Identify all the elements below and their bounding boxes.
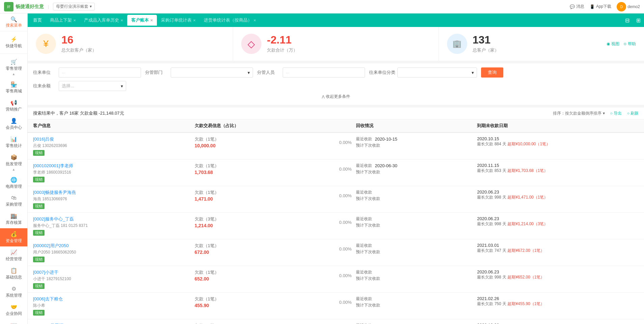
customer-name-0[interactable]: [0016]吕俊 (33, 136, 195, 142)
help-btn[interactable]: ⊙ 帮助 (623, 41, 636, 47)
debt-amount-5: 652.00 (195, 276, 333, 282)
table-row: [000001]黄思源 黄思源 13552700226 现销 欠款（1笔） 42… (28, 319, 644, 324)
sidebar-item-inventory[interactable]: 🏬 库存核算 (0, 210, 27, 228)
table-row-5: [0007]小进干 小进干 18279152100 现销 欠款（1笔） 652.… (28, 266, 644, 292)
customer-info-0: [0016]吕俊 吕俊 13026203696 现销 (33, 136, 195, 156)
table-row: [0016]吕俊 吕俊 13026203696 现销 欠款（1笔） 10,000… (28, 133, 644, 159)
overdue-amount-0[interactable]: 超期¥10,000.00（1笔） (507, 142, 550, 146)
tab-customer-account[interactable]: 客户账本 ✕ (127, 15, 157, 26)
sidebar-item-guide[interactable]: 📖 新手引导 (0, 319, 27, 324)
tab-inbound-stats[interactable]: 进货单统计表（按商品） ✕ (200, 15, 260, 26)
purchase-icon: 🛍 (11, 195, 17, 201)
customer-name-6[interactable]: [0006]去下粮仓 (33, 296, 195, 302)
customer-name-5[interactable]: [0007]小进干 (33, 269, 195, 275)
app-download-btn[interactable]: 📱 App下载 (590, 4, 611, 9)
customer-name-2[interactable]: [0003]畅捷服务尹海燕 (33, 189, 195, 196)
table-container: 客户信息 欠款交易信息（占比） 回收情况 到期未收款日期 [0016]吕俊 吕俊… (28, 119, 644, 324)
tab-customer-account-close[interactable]: ✕ (150, 19, 153, 22)
filter-unit-category: 往来单位分类 ▾ (369, 67, 477, 78)
quick-nav-group: ⚡ 快捷导航 (0, 31, 27, 54)
members-icon: 👤 (10, 118, 17, 124)
customer-name-7[interactable]: [000001]黄思源 (33, 323, 195, 324)
stat-info-total-customers: 131 总客户（家） (473, 34, 601, 53)
tab-product-history-close[interactable]: ✕ (120, 19, 123, 22)
retail-mgmt-arrow: ▲ (12, 72, 16, 76)
sidebar-item-finance[interactable]: 💰 资金管理 (0, 228, 27, 246)
customer-name-1[interactable]: [0001020001]李老师 (33, 163, 195, 169)
debt-amount-3: 1,214.00 (195, 223, 333, 228)
tab-minimize-btn[interactable]: ⊟ (623, 17, 632, 24)
overdue-amount-3[interactable]: 超期¥1,214.00（3笔） (507, 222, 548, 226)
debt-cell-0: 欠款（1笔） 10,000.00 0.00% (195, 136, 356, 148)
messages-btn[interactable]: 💬 消息 (570, 4, 584, 9)
filter-balance-select[interactable]: 选择... ▾ (59, 81, 126, 91)
overdue-amount-2[interactable]: 超期¥1,471.00（1笔） (507, 195, 548, 200)
tab-inbound-stats-label: 进货单统计表（按商品） (204, 17, 252, 23)
filter-dept-select[interactable]: ▾ (171, 67, 253, 78)
table-row-1: [0001020001]李老师 李老师 18600391516 现销 欠款（1笔… (28, 159, 644, 186)
sidebar-item-basic-info[interactable]: 📋 基础信息 (0, 265, 27, 283)
recovery-row-4a: 最近收款 (356, 243, 477, 248)
tab-inbound-stats-close[interactable]: ✕ (253, 19, 256, 22)
batch-mgmt-arrow: ▲ (12, 168, 16, 171)
filter-unit-category-select[interactable]: ▾ (397, 67, 477, 78)
enterprise-icon: 🤝 (10, 304, 17, 310)
overdue-amount-6[interactable]: 超期¥455.90（1笔） (507, 301, 544, 306)
tab-home[interactable]: 首页 (29, 17, 46, 23)
tab-maximize-btn[interactable]: ⊞ (634, 17, 643, 24)
table-row: [0003]畅捷服务尹海燕 海燕 18513066976 现销 欠款（1笔） 1… (28, 186, 644, 213)
filter-balance-label: 往来余额 (33, 83, 57, 89)
sidebar-item-purchase[interactable]: 🛍 采购管理 (0, 192, 27, 210)
recovery-row-7a: 最近收款 (356, 323, 477, 324)
filter-customer-unit-input[interactable]: ··· (59, 67, 141, 78)
filter-manager-input[interactable]: ··· (283, 67, 365, 78)
view-btn[interactable]: ◉ 视图 (607, 41, 619, 47)
overdue-amount-5[interactable]: 超期¥652.00（1笔） (507, 275, 544, 279)
tab-product-shelf-close[interactable]: ✕ (73, 19, 76, 22)
marketing-label: 营销推广 (6, 107, 22, 112)
sidebar-item-members[interactable]: 👤 会员中心 (0, 115, 27, 133)
sidebar-item-marketing[interactable]: 📢 营销推广 (0, 97, 27, 115)
sidebar-item-enterprise[interactable]: 🤝 企业协同 (0, 301, 27, 319)
overdue-days-2: 最长欠款 998 天 超期¥1,471.00（1笔） (477, 195, 639, 200)
retail-mgmt-label: 零售管理 (6, 66, 22, 71)
customer-info-4: [000002]用户2050 用户2050 18665062050 现销 (33, 243, 195, 262)
debt-label-1: 欠款（1笔） (195, 163, 333, 169)
user-profile[interactable]: D demo2 (617, 2, 640, 11)
org-selector[interactable]: 母婴行业演示账套 ▾ (53, 3, 94, 10)
tab-purchase-order[interactable]: 采购订单统计表 ✕ (157, 15, 200, 26)
tab-purchase-order-close[interactable]: ✕ (193, 19, 196, 22)
sidebar-item-system[interactable]: ⚙ 系统管理 (0, 283, 27, 301)
sidebar-main-nav: 🛒 零售管理 ▲ 🏪 零售商城 📢 营销推广 👤 会员中心 📊 零售统计 (0, 54, 27, 324)
sort-select[interactable]: 排序：按欠款金额倒序排序 ▾ (553, 111, 605, 116)
due-date-2: 2020.06.23 (477, 189, 639, 195)
sidebar-item-operations[interactable]: 📈 经营管理 (0, 246, 27, 265)
user-name: demo2 (627, 4, 640, 9)
refresh-btn[interactable]: ○ 刷新 (627, 111, 639, 116)
debt-amount-4: 672.00 (195, 249, 333, 255)
customer-name-3[interactable]: [0002]服务中心_丁磊 (33, 216, 195, 222)
sort-label: 排序：按欠款金额倒序排序 (553, 111, 601, 116)
stat-icon-debt-amount: ◇ (241, 34, 261, 54)
export-btn[interactable]: ○ 导出 (610, 111, 622, 116)
sidebar-item-retail-mgmt[interactable]: 🛒 零售管理 ▲ (0, 56, 27, 79)
finance-icon: 💰 (10, 231, 17, 237)
overdue-amount-4[interactable]: 超期¥672.00（1笔） (507, 248, 544, 253)
sidebar-item-batch-mgmt[interactable]: 📦 批发管理 ▲ (0, 151, 27, 174)
overdue-amount-1[interactable]: 超期¥1,703.68（1笔） (507, 168, 548, 173)
sidebar-item-retail-stats[interactable]: 📊 零售统计 (0, 133, 27, 151)
sidebar-search[interactable]: 🔍 搜索菜单 (0, 13, 27, 31)
sidebar-item-ecommerce[interactable]: 🌐 电商管理 (0, 174, 27, 192)
search-button[interactable]: 查询 (481, 67, 503, 78)
col-header-customer: 客户信息 (33, 123, 195, 129)
table-row-7: [000001]黄思源 黄思源 13552700226 现销 欠款（1笔） 42… (28, 319, 644, 324)
customer-name-4[interactable]: [000002]用户2050 (33, 243, 195, 249)
sidebar-item-quick-nav[interactable]: ⚡ 快捷导航 (0, 33, 27, 52)
tab-product-history[interactable]: 产成品入库单历史 ✕ (80, 15, 127, 26)
sidebar-item-retail-store[interactable]: 🏪 零售商城 (0, 79, 27, 97)
export-label: 导出 (614, 111, 622, 116)
tab-product-shelf[interactable]: 商品上下架 ✕ (46, 15, 80, 26)
customer-tag-0: 现销 (33, 150, 45, 156)
collapse-btn[interactable]: ⋀ 收起更多条件 (33, 92, 639, 101)
customer-tag-4: 现销 (33, 257, 45, 262)
